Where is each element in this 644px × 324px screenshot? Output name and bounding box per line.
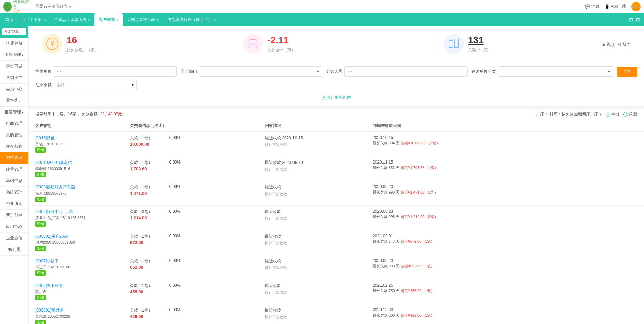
sidebar-item-app-center[interactable]: 应用中心 — [0, 221, 28, 233]
sort-selector[interactable]: 排序： 排序：按欠款金额倒序排序 ▾ — [536, 111, 601, 117]
results-bar: 搜索结果中，客户16家， 欠款金额 -21,148.07元 排序： 排序：按欠款… — [29, 109, 644, 120]
overdue-link-5[interactable]: 超期¥652.00（1笔） — [401, 264, 435, 268]
avatar[interactable]: demo2 — [631, 2, 641, 11]
close-icon[interactable]: ✕ — [213, 18, 216, 22]
balance-select[interactable]: 选择... ▾ — [54, 80, 137, 90]
overdue-link-4[interactable]: 超期¥672.00（1笔） — [401, 239, 435, 243]
search-button[interactable]: 查询 — [617, 67, 637, 77]
sidebar-item-wechat[interactable]: 企业微信 — [0, 233, 28, 244]
company-selector[interactable]: 母婴行业演示账套 ▾ — [32, 4, 585, 9]
col-customer-info: 客户信息 — [35, 123, 130, 129]
overdue-info-2: 2020.06.23 最长欠款 998 天 超期¥1,471.00（1笔） — [373, 184, 637, 202]
table-body: [0016]吕俊 吕俊 13026203696 现销 欠款（1笔） 10,000… — [29, 132, 644, 324]
collection-info-7: 最近收款 预计下次收款 — [265, 307, 373, 324]
customer-phone-1: 李老师 18600391516 — [35, 166, 130, 171]
sidebar-item-basic-info[interactable]: 基础信息 — [0, 175, 28, 187]
tab-product-listing[interactable]: 商品上下架 ✕ — [18, 13, 50, 26]
filter-balance: 往来余额 选择... ▾ — [35, 80, 137, 90]
customer-phone-7: 黄思源 13552700226 — [35, 314, 130, 319]
sidebar-item-purchase[interactable]: 采购管理 — [0, 129, 28, 141]
close-icon[interactable]: ✕ — [43, 18, 46, 22]
tab-purchase-stats[interactable]: 采购订单统计表 ✕ — [123, 13, 163, 26]
sidebar-item-retail-mall[interactable]: 零售商城 — [0, 61, 28, 72]
customer-name-1[interactable]: [0001020001]李老师 — [35, 160, 130, 166]
sidebar-item-quick-nav[interactable]: 快捷导航 — [0, 38, 28, 49]
sidebar-item-retail-mgmt[interactable]: 零售管理▴ — [0, 49, 28, 61]
sidebar-item-wholesale[interactable]: 批发管理▾ — [0, 107, 28, 118]
help-link[interactable]: ⊙ 帮助 — [618, 42, 631, 48]
filter-area: 往来单位 ··· 分管部门 ▾ 分管人员 ··· — [29, 62, 644, 106]
total-customers-value: 131 — [468, 35, 492, 46]
minimize-icon[interactable]: ⊟ — [629, 17, 633, 22]
message-button[interactable]: 💬 消息 — [585, 4, 599, 9]
top-bar: 🌿 畅捷通好生意 示范 母婴行业演示账套 ▾ 💬 消息 📱 App下载 demo… — [0, 0, 644, 13]
refresh-icon: ↺ — [623, 112, 628, 117]
overdue-info-7: 2020.12.30 最长欠款 808 天 超期¥429.00（1笔） — [373, 307, 637, 324]
customer-info-1: [0001020001]李老师 李老师 18600391516 现销 — [35, 160, 130, 177]
logo-area: 🌿 畅捷通好生意 示范 — [3, 0, 32, 14]
close-icon[interactable]: ✕ — [116, 18, 119, 22]
overdue-link-1[interactable]: 超期¥1,703.68（1笔） — [401, 166, 438, 170]
tab-customer-account[interactable]: 客户账本 ✕ — [94, 13, 123, 26]
results-actions: 排序： 排序：按欠款金额倒序排序 ▾ ○ 导出 ↺ 刷新 — [536, 111, 637, 117]
sidebar-item-enterprise-collab[interactable]: 企业协同 — [0, 198, 28, 210]
maximize-icon[interactable]: ⊞ — [636, 17, 640, 22]
svg-text:¥: ¥ — [50, 40, 54, 47]
sidebar-item-finance[interactable]: 资金管理 — [0, 152, 28, 164]
sidebar-item-inventory[interactable]: 库存核算 — [0, 141, 28, 152]
collection-info-0: 最近收款 2020-10-15 预计下次收款 — [265, 135, 373, 153]
filter-manager: 分管人员 ··· — [326, 66, 468, 77]
tab-inbound-stats[interactable]: 进货单统计表（按商品） ✕ — [163, 13, 220, 26]
customer-name-4[interactable]: [000002]用户2050 — [35, 234, 130, 239]
summary-card-debt-customers: ¥ 16 总欠款客户（家） — [35, 31, 236, 57]
export-button[interactable]: ○ 导出 — [606, 111, 619, 117]
collection-info-1: 最近收款 2020-06-30 预计下次收款 — [265, 160, 373, 177]
sidebar-item-system[interactable]: 系统管理 — [0, 187, 28, 198]
overdue-link-0[interactable]: 超期¥10,000.00（1笔） — [401, 141, 440, 145]
tab-home[interactable]: 首页 — [1, 13, 18, 26]
customer-name-6[interactable]: [0006]去下粮仓 — [35, 283, 130, 289]
sidebar-item-operations[interactable]: 经营管理 — [0, 164, 28, 175]
nav-tabs: 首页 商品上下架 ✕ 产成品入库单历史 ✕ 客户账本 ✕ 采购订单统计表 ✕ 进… — [0, 13, 644, 26]
collapse-button[interactable]: ⋀ 收起更多条件 — [322, 95, 351, 100]
overdue-link-3[interactable]: 超期¥1,214.00（3笔） — [401, 215, 438, 219]
customer-info-0: [0016]吕俊 吕俊 13026203696 现销 — [35, 135, 130, 153]
close-icon[interactable]: ✕ — [88, 18, 90, 22]
close-icon[interactable]: ✕ — [157, 18, 159, 22]
overdue-link-2[interactable]: 超期¥1,471.00（1笔） — [401, 190, 438, 194]
customer-info-7: [000001]黄思源 黄思源 13552700226 现销 — [35, 307, 130, 324]
app-download-button[interactable]: 📱 App下载 — [605, 4, 626, 9]
logo-text: 畅捷通好生意 示范 — [13, 0, 32, 14]
dept-select[interactable]: ▾ — [199, 66, 322, 77]
sidebar-item-marketing[interactable]: 营销推广 — [0, 72, 28, 84]
view-video-link[interactable]: ▶ 视频 — [603, 42, 615, 48]
customer-name-5[interactable]: [0007]小进干 — [35, 258, 130, 264]
overdue-link-6[interactable]: 超期¥455.90（1笔） — [401, 289, 435, 293]
sidebar-item-vip[interactable]: 畅会员 — [0, 244, 28, 256]
results-info: 搜索结果中，客户16家， 欠款金额 -21,148.07元 — [35, 111, 122, 117]
filter-dept: 分管部门 ▾ — [181, 66, 322, 77]
customer-name-3[interactable]: [0002]服务中心_丁磊 — [35, 209, 130, 215]
customer-name-0[interactable]: [0016]吕俊 — [35, 135, 130, 141]
table-row: [0016]吕俊 吕俊 13026203696 现销 欠款（1笔） 10,000… — [29, 132, 644, 156]
debt-total-value: -2.11 — [267, 35, 296, 46]
customer-name-7[interactable]: [000001]黄思源 — [35, 307, 130, 313]
total-customers-body: 131 总客户（家） — [468, 35, 492, 53]
sidebar-item-retail-stats[interactable]: 零售统计 — [0, 95, 28, 107]
refresh-button[interactable]: ↺ 刷新 — [623, 111, 637, 117]
total-customers-label: 总客户（家） — [468, 47, 492, 53]
from-unit-input[interactable]: ··· — [54, 66, 177, 77]
sidebar-item-member-center[interactable]: 会员中心 — [0, 84, 28, 95]
tab-product-history[interactable]: 产成品入库单历史 ✕ — [50, 13, 94, 26]
sidebar-item-guide[interactable]: 新手引导 — [0, 210, 28, 221]
customer-tag-0: 现销 — [35, 147, 46, 153]
search-input[interactable] — [2, 28, 26, 35]
customer-name-2[interactable]: [0003]畅捷服务尹海燕 — [35, 184, 130, 190]
unit-category-select[interactable]: ▾ — [498, 66, 613, 77]
svg-text:◇: ◇ — [251, 41, 255, 47]
overdue-link-7[interactable]: 超期¥429.00（1笔） — [401, 313, 435, 317]
manager-input[interactable]: ··· — [344, 66, 468, 77]
filter-row-1: 往来单位 ··· 分管部门 ▾ 分管人员 ··· — [35, 66, 637, 77]
sidebar-item-ecommerce[interactable]: 电商管理 — [0, 118, 28, 129]
customer-tag-3: 现销 — [35, 221, 46, 227]
